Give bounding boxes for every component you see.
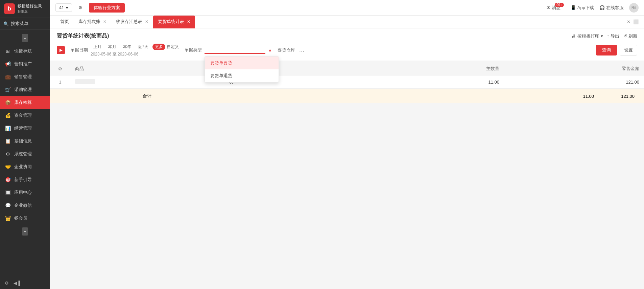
dropdown-item-return[interactable]: 要货单退货 bbox=[205, 69, 279, 82]
dropdown-item-requisition[interactable]: 要货单要货 bbox=[205, 57, 279, 69]
tab-expand-icon[interactable]: ⬜ bbox=[633, 19, 639, 24]
date-btn-more[interactable]: 更多 bbox=[152, 44, 165, 50]
inventory-icon: 📦 bbox=[5, 99, 11, 106]
logo-title: 畅捷通好生意 bbox=[18, 4, 42, 9]
sidebar-scroll-up[interactable]: ▲ bbox=[22, 34, 28, 42]
quick-nav-icon: ⊞ bbox=[5, 48, 11, 54]
date-btn-last-month[interactable]: 上月 bbox=[91, 43, 104, 51]
query-btn[interactable]: 查询 bbox=[596, 45, 617, 55]
tab-summary[interactable]: 收发存汇总表 ✕ bbox=[111, 16, 153, 28]
sidebar-item-label: 采购管理 bbox=[14, 87, 32, 93]
user-avatar[interactable]: Rit bbox=[629, 3, 639, 13]
warehouse-more-icon[interactable]: … bbox=[299, 47, 305, 53]
search-label: 搜索菜单 bbox=[11, 21, 28, 27]
header-right: ✉ 消息 99+ 📱 App下载 🎧 在线客服 Rit bbox=[547, 3, 639, 13]
page-title: 要货单统计表(按商品) bbox=[57, 32, 109, 40]
refresh-icon: ↺ bbox=[623, 34, 627, 39]
sidebar-settings-icon[interactable]: ⚙ bbox=[5, 281, 9, 286]
type-filter-label: 单据类型 bbox=[184, 47, 202, 53]
message-icon: ✉ bbox=[547, 5, 550, 10]
export-btn[interactable]: ↑ 导出 bbox=[607, 33, 620, 39]
sidebar-item-label: 库存核算 bbox=[14, 99, 32, 106]
row-index: 1 bbox=[50, 75, 70, 89]
basic-icon: 📋 bbox=[5, 138, 11, 144]
data-table: ⚙ 商品 主计量单位 主数量 零售金额 1 块 11.00 121.00 bbox=[50, 62, 644, 89]
tab-close-all-icon[interactable]: ✕ bbox=[627, 19, 630, 24]
sidebar-item-system[interactable]: ⚙ 系统管理 bbox=[0, 148, 50, 160]
apps-icon: 🔲 bbox=[5, 190, 11, 196]
sidebar-search[interactable]: 🔍 搜索菜单 bbox=[0, 18, 50, 30]
date-btn-this-year[interactable]: 本年 bbox=[120, 43, 134, 51]
sidebar-item-sales[interactable]: 💼 销售管理 bbox=[0, 70, 50, 83]
sidebar-item-wechat[interactable]: 💬 企业微信 bbox=[0, 199, 50, 212]
sidebar-item-basic[interactable]: 📋 基础信息 bbox=[0, 135, 50, 148]
date-btn-this-month[interactable]: 本月 bbox=[105, 43, 119, 51]
tab-batch-close-icon[interactable]: ✕ bbox=[103, 19, 106, 24]
sidebar-collapse-icon[interactable]: ◀▐ bbox=[14, 281, 20, 286]
table-settings-col[interactable]: ⚙ bbox=[50, 62, 70, 75]
col-product-header: 商品 bbox=[70, 62, 224, 75]
finance-icon: 💰 bbox=[5, 112, 11, 118]
tab-order-stats-close-icon[interactable]: ✕ bbox=[187, 19, 190, 24]
filter-toggle-btn[interactable]: ▶ bbox=[57, 46, 65, 54]
online-service[interactable]: 🎧 在线客服 bbox=[599, 5, 624, 11]
tab-batch[interactable]: 库存批次账 ✕ bbox=[74, 16, 111, 28]
wechat-icon: 💬 bbox=[5, 202, 11, 208]
sidebar-item-marketing[interactable]: 📢 营销推广 bbox=[0, 58, 50, 70]
messages-count: 99+ bbox=[555, 3, 564, 7]
sidebar-item-finance[interactable]: 💰 资金管理 bbox=[0, 109, 50, 122]
sidebar-item-member[interactable]: 👑 畅会员 bbox=[0, 212, 50, 225]
sidebar-item-guide[interactable]: 🎯 新手引导 bbox=[0, 173, 50, 186]
sidebar-item-apps[interactable]: 🔲 应用中心 bbox=[0, 186, 50, 199]
tab-summary-close-icon[interactable]: ✕ bbox=[145, 19, 148, 24]
tab-batch-label: 库存批次账 bbox=[78, 19, 100, 25]
industry-btn[interactable]: 体验行业方案 bbox=[89, 3, 125, 13]
marketing-icon: 📢 bbox=[5, 61, 11, 67]
sales-icon: 💼 bbox=[5, 74, 11, 80]
date-btn-7days[interactable]: 近7天 bbox=[135, 43, 151, 51]
sidebar-nav: ▲ ⊞ 快捷导航 📢 营销推广 💼 销售管理 🛒 采购管理 📦 库存核算 💰 资… bbox=[0, 30, 50, 277]
sidebar-item-label: 基础信息 bbox=[14, 138, 32, 144]
template-chevron-icon: ▾ bbox=[601, 34, 603, 39]
template-print-btn[interactable]: 🖨 按模板打印 ▾ bbox=[572, 33, 603, 39]
export-icon: ↑ bbox=[607, 34, 610, 39]
purchase-icon: 🛒 bbox=[5, 87, 11, 93]
sidebar-item-label: 应用中心 bbox=[14, 190, 32, 196]
sidebar: b 畅捷通好生意 标准版 🔍 搜索菜单 ▲ ⊞ 快捷导航 📢 营销推广 💼 销售… bbox=[0, 0, 50, 289]
app-download[interactable]: 📱 App下载 bbox=[571, 5, 594, 11]
sidebar-item-label: 企业协同 bbox=[14, 164, 32, 170]
tab-order-stats[interactable]: 要货单统计表 ✕ bbox=[153, 16, 195, 28]
page-content: 要货单统计表(按商品) 🖨 按模板打印 ▾ ↑ 导出 ↺ 刷新 ▶ bbox=[50, 28, 644, 289]
system-icon: ⚙ bbox=[5, 151, 11, 157]
tab-home[interactable]: 首页 bbox=[55, 16, 74, 28]
table-gear-icon[interactable]: ⚙ bbox=[58, 66, 62, 71]
sidebar-item-inventory[interactable]: 📦 库存核算 bbox=[0, 96, 50, 109]
refresh-btn[interactable]: ↺ 刷新 bbox=[623, 33, 637, 39]
date-range-value: 2023-05-06 至 2023-06-06 bbox=[91, 51, 179, 57]
member-icon: 👑 bbox=[5, 215, 11, 221]
sidebar-item-purchase[interactable]: 🛒 采购管理 bbox=[0, 83, 50, 96]
sidebar-item-operation[interactable]: 📊 经营管理 bbox=[0, 122, 50, 135]
logo-icon: b bbox=[4, 3, 15, 14]
top-header: 41 ▾ ⚙ 体验行业方案 ✉ 消息 99+ 📱 App下载 🎧 在线客服 Ri… bbox=[50, 0, 644, 16]
type-chevron-icon[interactable]: ▲ bbox=[268, 48, 272, 52]
messages-badge[interactable]: ✉ 消息 99+ bbox=[547, 5, 560, 11]
sidebar-item-quick-nav[interactable]: ⊞ 快捷导航 bbox=[0, 45, 50, 58]
type-input[interactable] bbox=[205, 47, 265, 54]
tenant-selector[interactable]: 41 ▾ bbox=[55, 3, 72, 12]
logo-sub: 标准版 bbox=[18, 9, 42, 14]
row-amount: 121.00 bbox=[504, 75, 644, 89]
sidebar-scroll-down[interactable]: ▼ bbox=[22, 227, 28, 236]
table-row: 1 块 11.00 121.00 bbox=[50, 75, 644, 89]
sidebar-item-label: 企业微信 bbox=[14, 202, 32, 208]
user-name-text: Rit bbox=[631, 5, 637, 10]
sidebar-item-enterprise[interactable]: 🤝 企业协同 bbox=[0, 160, 50, 173]
tab-home-label: 首页 bbox=[60, 19, 69, 25]
sidebar-item-label: 快捷导航 bbox=[14, 48, 32, 54]
summary-amount: 121.00 bbox=[599, 94, 639, 99]
date-btn-custom[interactable]: 自定义 bbox=[167, 44, 179, 50]
phone-icon: 📱 bbox=[571, 5, 576, 10]
settings-icon[interactable]: ⚙ bbox=[76, 3, 85, 12]
settings-btn[interactable]: 设置 bbox=[620, 45, 637, 55]
page-actions: 🖨 按模板打印 ▾ ↑ 导出 ↺ 刷新 bbox=[572, 33, 638, 39]
